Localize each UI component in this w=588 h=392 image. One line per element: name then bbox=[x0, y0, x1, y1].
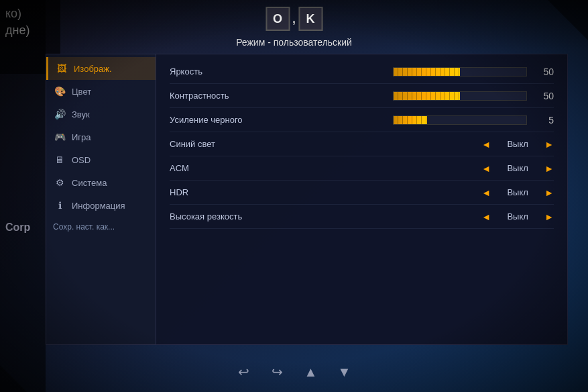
ok-btn-k[interactable]: K bbox=[298, 7, 322, 31]
arrow-value-sharpness: Выкл bbox=[501, 211, 534, 222]
arrow-left-blue_light[interactable]: ◄ bbox=[481, 139, 491, 150]
slider-track-brightness[interactable] bbox=[393, 67, 527, 77]
slider-fill-contrast bbox=[394, 92, 460, 100]
sidebar-icon-image: 🖼 bbox=[55, 62, 68, 75]
setting-label-contrast: Контрастность bbox=[170, 91, 290, 101]
arrow-value-hdr: Выкл bbox=[501, 187, 534, 197]
setting-control-brightness: 50 bbox=[290, 66, 554, 77]
setting-label-blue_light: Синий свет bbox=[170, 139, 290, 149]
setting-label-sharpness: Высокая резкость bbox=[170, 211, 290, 222]
sidebar-icon-info: ℹ bbox=[53, 199, 66, 212]
sidebar-label-game: Игра bbox=[72, 132, 91, 142]
arrow-control-blue_light: ◄ Выкл ► bbox=[290, 139, 554, 150]
sidebar-item-game[interactable]: 🎮 Игра bbox=[46, 126, 156, 148]
sidebar-label-info: Информация bbox=[72, 201, 125, 211]
arrow-left-hdr[interactable]: ◄ bbox=[481, 187, 491, 198]
sidebar-icon-game: 🎮 bbox=[53, 130, 66, 144]
setting-row-sharpness: Высокая резкость ◄ Выкл ► bbox=[170, 205, 554, 229]
slider-value-black_boost: 5 bbox=[534, 115, 554, 126]
sidebar-icon-sound: 🔊 bbox=[53, 107, 66, 121]
sidebar-label-sound: Звук bbox=[72, 109, 90, 119]
setting-control-contrast: 50 bbox=[290, 91, 554, 101]
nav-back-button[interactable]: ↩ bbox=[234, 362, 254, 382]
sidebar-item-osd[interactable]: 🖥 OSD bbox=[46, 148, 156, 171]
setting-row-contrast: Контрастность 50 bbox=[170, 84, 554, 108]
slider-value-contrast: 50 bbox=[534, 91, 554, 101]
osd-container: 🖼 Изображ. 🎨 Цвет 🔊 Звук 🎮 Игра 🖥 OSD ⚙ … bbox=[46, 54, 568, 345]
sidebar-item-info[interactable]: ℹ Информация bbox=[46, 194, 156, 217]
setting-label-brightness: Яркость bbox=[170, 66, 290, 77]
slider-track-black_boost[interactable] bbox=[393, 115, 527, 125]
sidebar-icon-color: 🎨 bbox=[53, 85, 66, 98]
ok-button-area: O , K bbox=[266, 7, 322, 31]
sidebar-label-system: Система bbox=[72, 178, 107, 188]
setting-row-hdr: HDR ◄ Выкл ► bbox=[170, 181, 554, 205]
setting-label-acm: ACM bbox=[170, 163, 290, 173]
arrow-value-blue_light: Выкл bbox=[501, 139, 534, 149]
sidebar-icon-osd: 🖥 bbox=[53, 153, 66, 166]
setting-row-acm: ACM ◄ Выкл ► bbox=[170, 156, 554, 181]
ok-separator: , bbox=[292, 12, 296, 26]
setting-row-blue_light: Синий свет ◄ Выкл ► bbox=[170, 132, 554, 156]
content-area: Яркость 50 Контрастность 50 bbox=[156, 54, 568, 345]
screen: ко) дне) Corp O , K Режим - пользователь… bbox=[0, 0, 588, 392]
slider-track-contrast[interactable] bbox=[393, 91, 527, 101]
setting-row-brightness: Яркость 50 bbox=[170, 60, 554, 84]
slider-value-brightness: 50 bbox=[534, 66, 554, 77]
arrow-control-acm: ◄ Выкл ► bbox=[290, 163, 554, 174]
arrow-right-sharpness[interactable]: ► bbox=[544, 211, 554, 222]
top-left-line1: ко) bbox=[5, 5, 21, 22]
sidebar: 🖼 Изображ. 🎨 Цвет 🔊 Звук 🎮 Игра 🖥 OSD ⚙ … bbox=[46, 54, 156, 345]
arrow-control-hdr: ◄ Выкл ► bbox=[290, 187, 554, 198]
bottom-nav: ↩ ↪ ▲ ▼ bbox=[234, 362, 355, 382]
sidebar-label-color: Цвет bbox=[72, 87, 91, 97]
sidebar-label-image: Изображ. bbox=[74, 64, 112, 74]
arrow-left-sharpness[interactable]: ◄ bbox=[481, 211, 491, 222]
setting-row-black_boost: Усиление черного 5 bbox=[170, 108, 554, 132]
sidebar-save[interactable]: Сохр. наст. как... bbox=[46, 218, 156, 236]
sidebar-item-color[interactable]: 🎨 Цвет bbox=[46, 80, 156, 103]
arrow-right-hdr[interactable]: ► bbox=[544, 187, 554, 198]
slider-fill-black_boost bbox=[394, 116, 427, 124]
arrow-left-acm[interactable]: ◄ bbox=[481, 163, 491, 174]
corner-accent-top-right bbox=[548, 0, 588, 40]
nav-enter-button[interactable]: ↪ bbox=[268, 362, 288, 382]
setting-label-hdr: HDR bbox=[170, 187, 290, 197]
setting-control-black_boost: 5 bbox=[290, 115, 554, 126]
sidebar-label-osd: OSD bbox=[72, 155, 91, 165]
corner-accent-bottom-left bbox=[0, 365, 27, 392]
sidebar-item-image[interactable]: 🖼 Изображ. bbox=[46, 57, 156, 80]
sidebar-item-sound[interactable]: 🔊 Звук bbox=[46, 103, 156, 126]
ok-btn-o[interactable]: O bbox=[266, 7, 290, 31]
arrow-control-sharpness: ◄ Выкл ► bbox=[290, 211, 554, 222]
mode-title: Режим - пользовательский bbox=[236, 37, 352, 48]
setting-label-black_boost: Усиление черного bbox=[170, 115, 290, 125]
sidebar-item-system[interactable]: ⚙ Система bbox=[46, 171, 156, 194]
arrow-right-acm[interactable]: ► bbox=[544, 163, 554, 174]
nav-up-button[interactable]: ▲ bbox=[301, 362, 321, 382]
slider-fill-brightness bbox=[394, 68, 460, 76]
arrow-right-blue_light[interactable]: ► bbox=[544, 139, 554, 150]
nav-down-button[interactable]: ▼ bbox=[335, 362, 355, 382]
arrow-value-acm: Выкл bbox=[501, 163, 534, 173]
top-left-line2: дне) bbox=[5, 22, 30, 39]
sidebar-icon-system: ⚙ bbox=[53, 176, 66, 189]
